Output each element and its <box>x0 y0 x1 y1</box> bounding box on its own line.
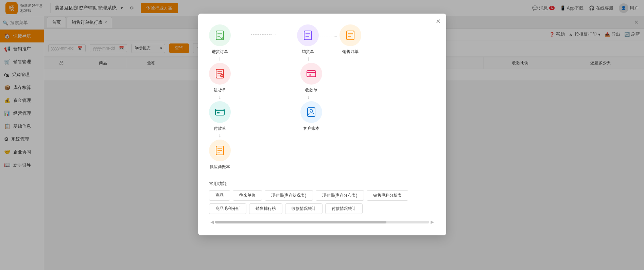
sales-order-group: 销货单 ← <box>297 24 361 55</box>
sales-order-node: 销售订单 <box>340 24 361 55</box>
content-area: 首页 销售订单执行表 × ✕ ❓ 帮助 🖨 按模板打印 <box>44 16 644 270</box>
arrow-down-2: ↓ <box>219 94 221 100</box>
btn-sales-gross[interactable]: 销售毛利分析表 <box>367 190 408 201</box>
payment-node: 付款单 <box>209 101 231 131</box>
payment-circle <box>209 101 231 123</box>
svg-text:¥: ¥ <box>309 73 311 77</box>
svg-rect-18 <box>304 31 312 40</box>
receipt-node: ¥ 收款单 <box>300 63 322 93</box>
sales-bill-circle <box>297 24 319 46</box>
svg-rect-13 <box>217 112 220 113</box>
modal-close-btn[interactable]: ✕ <box>436 18 441 25</box>
btn-receipt-stats[interactable]: 收款情况统计 <box>285 203 323 214</box>
btn-partner[interactable]: 往来单位 <box>233 190 262 201</box>
btn-product-gross[interactable]: 商品毛利分析 <box>209 203 246 214</box>
svg-rect-26 <box>307 71 316 77</box>
receipt-circle: ¥ <box>300 63 322 85</box>
purchase-bill-node: 进货单 <box>209 63 231 93</box>
btn-stock-status[interactable]: 现存量(库存状况表) <box>265 190 313 201</box>
scroll-left-btn[interactable]: ◀ <box>209 219 215 224</box>
right-flow-col: 销货单 ← <box>297 24 361 131</box>
arrow-down-receipt: ↓ <box>297 93 361 101</box>
common-functions-title: 常用功能 <box>209 181 435 187</box>
btn-product[interactable]: 商品 <box>209 190 230 201</box>
purchase-bill-circle <box>209 63 231 85</box>
common-functions-section: 常用功能 商品 往来单位 现存量(库存状况表) 现存量(库存分布表) 销售毛利分… <box>209 181 435 214</box>
svg-rect-22 <box>347 31 354 40</box>
scroll-area: ◀ ▶ <box>209 219 435 224</box>
supplier-ledger-node: 供应商账本 <box>209 140 231 170</box>
btn-payment-stats[interactable]: 付款情况统计 <box>325 203 363 214</box>
scroll-right-btn[interactable]: ▶ <box>429 219 435 224</box>
sales-bill-node: 销货单 <box>297 24 319 55</box>
purchase-order-node: 进货订单 <box>209 24 231 55</box>
main-area: 🔍 搜索菜单 🏠 快捷导航 📢 营销推广 🛒 销售管理 🛍 采购管理 📦 <box>0 16 644 270</box>
modal-dialog: ✕ 进货订单 ↓ <box>198 16 446 235</box>
h-arrow-2: ← <box>320 34 338 46</box>
btn-sales-rank[interactable]: 销售排行榜 <box>249 203 282 214</box>
modal-overlay[interactable]: ✕ 进货订单 ↓ <box>0 16 644 270</box>
h-arrow-1: → <box>251 24 277 37</box>
receipt-row: ¥ 收款单 <box>297 63 361 93</box>
customer-ledger-node: 客户账本 <box>300 101 322 131</box>
customer-ledger-circle <box>300 101 322 123</box>
left-flow-col: 进货订单 ↓ 进货单 ↓ <box>209 24 231 170</box>
supplier-ledger-circle <box>209 140 231 161</box>
arrow-down-sales: ↓ <box>297 55 361 63</box>
svg-rect-11 <box>215 109 224 115</box>
arrow-down-3: ↓ <box>219 133 221 138</box>
purchase-order-circle <box>209 24 231 46</box>
sales-row: 销货单 ← <box>297 24 361 55</box>
scroll-thumb <box>215 221 386 223</box>
common-buttons-group: 商品 往来单位 现存量(库存状况表) 现存量(库存分布表) 销售毛利分析表 商品… <box>209 190 435 214</box>
arrow-down-1: ↓ <box>219 56 221 61</box>
flow-chart: 进货订单 ↓ 进货单 ↓ <box>209 22 435 175</box>
svg-point-30 <box>310 109 313 112</box>
customer-ledger-row: 客户账本 <box>297 101 361 131</box>
btn-stock-dist[interactable]: 现存量(库存分布表) <box>316 190 364 201</box>
sales-order-circle <box>340 24 361 46</box>
scroll-track[interactable] <box>215 221 429 223</box>
